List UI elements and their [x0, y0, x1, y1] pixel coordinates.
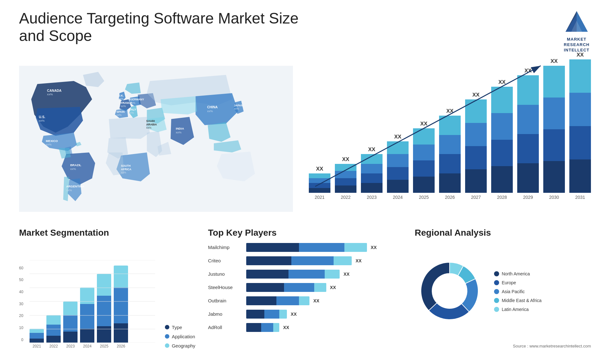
player-bar-segment: [246, 270, 288, 279]
legend-dot: [165, 343, 169, 348]
bar-segment: [387, 141, 409, 154]
player-bar-inner: [246, 296, 310, 305]
seg-bar-segment: [80, 287, 94, 304]
bar-segment: [569, 59, 591, 93]
legend-dot: [165, 334, 169, 339]
bar-group: XX: [543, 58, 565, 193]
bar-segment: [569, 126, 591, 159]
bar-stack: [543, 66, 565, 193]
seg-x-labels: 202120222023202420252026: [30, 344, 155, 348]
seg-year-label: 2026: [114, 344, 128, 348]
svg-text:xx%: xx%: [129, 111, 134, 114]
regional-legend-label: Latin America: [502, 307, 529, 312]
bar-segment: [517, 163, 539, 192]
player-xx-label: XX: [313, 298, 319, 303]
seg-legend: TypeApplicationGeography: [162, 325, 195, 348]
seg-bar-segment: [80, 329, 94, 342]
logo: MARKET RESEARCH INTELLECT: [562, 10, 591, 53]
bar-year-label: 2025: [413, 195, 435, 200]
bar-segment: [465, 146, 487, 169]
source-text: Source : www.marketresearchintellect.com: [415, 344, 591, 348]
seg-bars: [30, 260, 155, 343]
players-list: MailchimpXXCriteoXXJustunoXXSteelHouseXX…: [208, 243, 402, 348]
bar-segment: [387, 154, 409, 167]
regional-legend-item: Asia Pacific: [494, 289, 541, 294]
svg-text:MEXICO: MEXICO: [46, 139, 58, 142]
player-xx-label: XX: [371, 245, 377, 250]
seg-bar-segment: [114, 287, 128, 323]
bar-chart-area: XXXXXXXXXXXXXXXXXXXXXX 20212022202320242…: [306, 59, 591, 206]
bar-segment: [543, 66, 565, 98]
svg-text:xx%: xx%: [130, 101, 136, 104]
bar-year-label: 2021: [309, 195, 330, 200]
svg-text:JAPAN: JAPAN: [234, 104, 243, 107]
donut-chart: [415, 256, 485, 327]
svg-text:xx%: xx%: [70, 167, 76, 170]
svg-text:xx%: xx%: [66, 188, 72, 192]
svg-text:xx%: xx%: [121, 104, 126, 108]
player-bar-wrap: XX: [246, 323, 289, 332]
player-bar-segment: [264, 310, 280, 319]
bar-segment: [413, 145, 435, 161]
seg-bar-segment: [97, 326, 111, 343]
regional-legend-dot: [494, 271, 499, 276]
bar-chart-container: XXXXXXXXXXXXXXXXXXXXXX 20212022202320242…: [306, 59, 591, 218]
legend-dot: [165, 325, 169, 329]
player-bar-wrap: XX: [246, 256, 362, 265]
bar-segment: [309, 183, 330, 188]
svg-text:xx%: xx%: [47, 92, 53, 96]
bar-group: XX: [413, 121, 435, 192]
bar-label-top: XX: [446, 108, 454, 114]
player-bar-segment: [276, 296, 299, 305]
svg-text:xx%: xx%: [46, 143, 52, 146]
bar-stack: [491, 87, 513, 193]
player-name: Jabmo: [208, 311, 243, 317]
seg-y-axis: 60 50 40 30 20 10 0: [19, 266, 23, 348]
player-bar-wrap: XX: [246, 243, 377, 252]
bar-stack: [387, 141, 409, 193]
seg-bar-group: [30, 329, 44, 342]
bar-group: XX: [335, 156, 356, 193]
player-bar-segment: [246, 243, 299, 252]
page-title: Audience Targeting Software Market Size …: [19, 10, 305, 44]
player-name: Outbrain: [208, 298, 243, 303]
regional-legend-item: Europe: [494, 280, 541, 285]
seg-bar-segment: [46, 336, 61, 343]
player-bar-segment: [284, 283, 314, 292]
bar-label-top: XX: [551, 58, 558, 64]
player-row: MailchimpXX: [208, 243, 402, 252]
seg-year-label: 2023: [63, 344, 78, 348]
bar-segment: [517, 105, 539, 134]
bar-segment: [439, 173, 461, 193]
bar-label-top: XX: [316, 166, 323, 172]
bar-label-top: XX: [368, 146, 376, 153]
svg-text:U.S.: U.S.: [39, 115, 45, 119]
bar-group: XX: [491, 79, 513, 193]
seg-bar-group: [80, 287, 94, 342]
bar-year-label: 2031: [569, 195, 591, 200]
seg-bar-stack: [30, 329, 44, 342]
seg-bar-stack: [46, 315, 61, 343]
regional-legend-label: North America: [502, 271, 530, 276]
regional-legend-label: Asia Pacific: [502, 289, 525, 294]
bar-segment: [413, 177, 435, 193]
bar-group: XX: [439, 108, 461, 193]
svg-text:xx%: xx%: [234, 107, 239, 110]
player-bar-inner: [246, 270, 340, 279]
regional-legend-item: North America: [494, 271, 541, 276]
page-container: Audience Targeting Software Market Size …: [0, 0, 610, 364]
players-container: Top Key Players MailchimpXXCriteoXXJustu…: [208, 228, 402, 348]
bar-chart-bars: XXXXXXXXXXXXXXXXXXXXXX: [306, 59, 591, 193]
svg-text:CANADA: CANADA: [47, 88, 62, 92]
bar-segment: [491, 140, 513, 166]
seg-bar-group: [46, 315, 61, 343]
donut-segment: [429, 303, 469, 320]
seg-bar-segment: [63, 332, 78, 343]
bar-segment: [309, 173, 330, 178]
bar-year-label: 2030: [543, 195, 565, 200]
bar-label-top: XX: [420, 121, 428, 127]
bar-year-label: 2022: [335, 195, 356, 200]
player-row: AdRollXX: [208, 323, 402, 332]
bar-year-label: 2029: [517, 195, 539, 200]
svg-text:CHINA: CHINA: [207, 105, 218, 109]
